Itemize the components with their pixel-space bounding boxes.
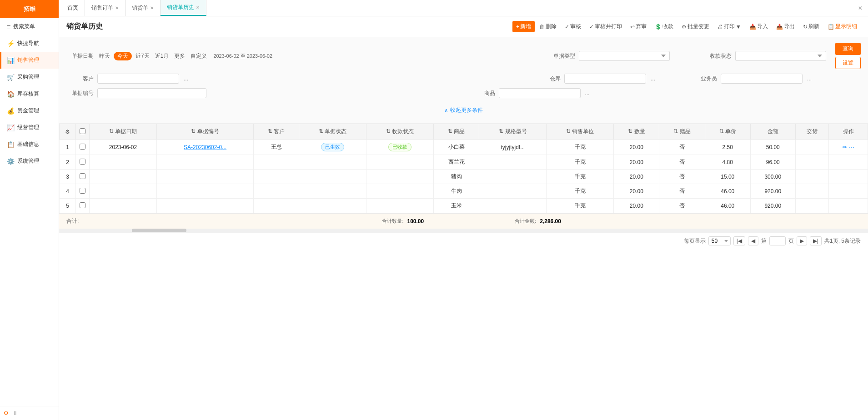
- print-button[interactable]: 🖨 打印 ▼: [714, 21, 745, 32]
- row-checkbox-cell[interactable]: [76, 155, 90, 170]
- prev-page-button[interactable]: ◀: [748, 236, 758, 245]
- page-number-input[interactable]: 1: [769, 236, 786, 245]
- row-checkbox-cell[interactable]: [76, 199, 90, 213]
- row-unit: 千克: [547, 140, 614, 155]
- col-transaction-label: 交货: [807, 128, 818, 135]
- row-checkbox[interactable]: [80, 188, 85, 194]
- date-tag-1month[interactable]: 近1月: [153, 52, 171, 60]
- tab-sales-history[interactable]: 销货单历史 ✕: [161, 0, 206, 16]
- sales-person-input[interactable]: [721, 74, 803, 84]
- row-checkbox-cell[interactable]: [76, 140, 90, 155]
- per-page-select[interactable]: 50 100 200: [708, 236, 731, 245]
- table-row: 2西兰花千克20.00否4.8096.00: [60, 155, 868, 170]
- col-amount: 金额: [750, 124, 795, 140]
- batch-change-button[interactable]: ⚙ 批量变更: [678, 21, 713, 32]
- collapse-label: 收起更多条件: [450, 106, 483, 114]
- col-gift: ⇅ 赠品: [659, 124, 705, 140]
- row-doc-number-link[interactable]: SA-20230602-0...: [184, 144, 226, 150]
- row-checkbox[interactable]: [80, 144, 85, 150]
- delete-icon: 🗑: [539, 24, 545, 30]
- date-tag-custom[interactable]: 自定义: [189, 52, 209, 60]
- first-page-button[interactable]: |◀: [733, 236, 745, 245]
- print-label: 打印: [724, 23, 735, 30]
- payment-status-select[interactable]: [735, 51, 826, 61]
- audit-button[interactable]: ✓ 审核: [561, 21, 585, 32]
- sidebar-item-basic-info[interactable]: 📋 基础信息: [0, 136, 59, 153]
- row-checkbox[interactable]: [80, 159, 85, 165]
- col-settings[interactable]: ⚙: [60, 124, 76, 140]
- collect-button[interactable]: 💲 收款: [651, 21, 677, 32]
- row-price: 46.00: [705, 199, 750, 213]
- row-gift: 否: [659, 140, 705, 155]
- row-checkbox-cell[interactable]: [76, 170, 90, 184]
- set-button[interactable]: 设置: [835, 57, 861, 69]
- discard-button[interactable]: ↩ 弃审: [627, 21, 650, 32]
- query-button[interactable]: 查询: [835, 43, 861, 55]
- row-doc-number: [157, 199, 254, 213]
- row-checkbox-cell[interactable]: [76, 184, 90, 199]
- row-doc-date: 2023-06-02: [90, 140, 157, 155]
- import-button[interactable]: 📥 导入: [746, 21, 772, 32]
- row-edit-icon[interactable]: ✏: [843, 144, 847, 150]
- goods-input[interactable]: [499, 88, 581, 98]
- row-payment-status-badge: 已收款: [388, 143, 411, 151]
- sidebar-collapse-icon[interactable]: ⏸: [12, 410, 18, 416]
- customer-input[interactable]: [97, 74, 179, 84]
- col-goods-label: ⇅ 商品: [448, 128, 465, 135]
- sidebar-item-finance[interactable]: 💰 资金管理: [0, 102, 59, 119]
- last-page-button[interactable]: ▶|: [810, 236, 822, 245]
- sidebar-item-search-menu[interactable]: ≡ 搜索菜单: [0, 18, 59, 35]
- doc-type-select[interactable]: [579, 51, 670, 61]
- horizontal-scrollbar[interactable]: [59, 229, 868, 232]
- discard-label: 弃审: [636, 23, 647, 30]
- date-tag-today[interactable]: 今天: [114, 52, 132, 60]
- audit-print-button[interactable]: ✓ 审核并打印: [586, 21, 626, 32]
- goods-dots[interactable]: ...: [585, 90, 590, 96]
- export-button[interactable]: 📤 导出: [773, 21, 798, 32]
- warehouse-input[interactable]: [564, 74, 646, 84]
- row-checkbox[interactable]: [80, 173, 85, 179]
- print-dropdown-icon: ▼: [736, 24, 741, 30]
- sales-person-dots[interactable]: ...: [807, 75, 812, 82]
- row-customer: [254, 184, 299, 199]
- refresh-label: 刷新: [808, 23, 819, 30]
- tab-sales-order[interactable]: 销售订单 ✕: [85, 0, 125, 16]
- sidebar-item-sales-mgmt[interactable]: 📊 销售管理: [0, 52, 59, 69]
- row-doc-date: [90, 155, 157, 170]
- tab-sales-history-close[interactable]: ✕: [196, 5, 200, 10]
- show-detail-label: 显示明细: [835, 23, 857, 30]
- sales-mgmt-icon: 📊: [7, 57, 15, 64]
- customer-dots[interactable]: ...: [184, 75, 188, 82]
- sidebar-item-operations[interactable]: 📈 经营管理: [0, 119, 59, 136]
- doc-number-input[interactable]: [97, 88, 206, 98]
- sidebar-item-quick-nav[interactable]: ⚡ 快捷导航: [0, 35, 59, 52]
- show-detail-button[interactable]: 📋 显示明细: [824, 21, 861, 32]
- tab-bar-close[interactable]: ✕: [854, 5, 866, 11]
- select-all-checkbox[interactable]: [80, 128, 85, 134]
- refresh-icon: ↻: [803, 24, 808, 30]
- delete-button[interactable]: 🗑 删除: [536, 21, 560, 32]
- row-payment-status: [366, 170, 434, 184]
- tab-sales-goods[interactable]: 销货单 ✕: [125, 0, 161, 16]
- date-tag-yesterday[interactable]: 昨天: [97, 52, 112, 60]
- date-range-display: 2023-06-02 至 2023-06-02: [213, 53, 272, 60]
- sidebar-settings-icon[interactable]: ⚙: [4, 410, 9, 416]
- sidebar-item-inventory[interactable]: 🏠 库存核算: [0, 85, 59, 102]
- row-checkbox[interactable]: [80, 202, 85, 208]
- row-more-icon[interactable]: ⋯: [849, 144, 854, 150]
- next-page-button[interactable]: ▶: [797, 236, 807, 245]
- col-checkbox[interactable]: [76, 124, 90, 140]
- warehouse-dots[interactable]: ...: [651, 75, 655, 82]
- new-button[interactable]: + 新增: [512, 21, 535, 32]
- sidebar-item-sys-mgmt[interactable]: ⚙️ 系统管理: [0, 153, 59, 170]
- tab-home[interactable]: 首页: [61, 0, 85, 16]
- sidebar-item-purchase-mgmt[interactable]: 🛒 采购管理: [0, 69, 59, 85]
- refresh-button[interactable]: ↻ 刷新: [799, 21, 823, 32]
- date-tag-more[interactable]: 更多: [172, 52, 187, 60]
- sidebar-item-label: 系统管理: [17, 157, 39, 165]
- tab-sales-goods-close[interactable]: ✕: [150, 5, 154, 10]
- date-tag-7days[interactable]: 近7天: [134, 52, 151, 60]
- scroll-thumb[interactable]: [132, 229, 186, 232]
- tab-sales-order-close[interactable]: ✕: [115, 5, 119, 10]
- collapse-button[interactable]: ∧ 收起更多条件: [444, 105, 483, 116]
